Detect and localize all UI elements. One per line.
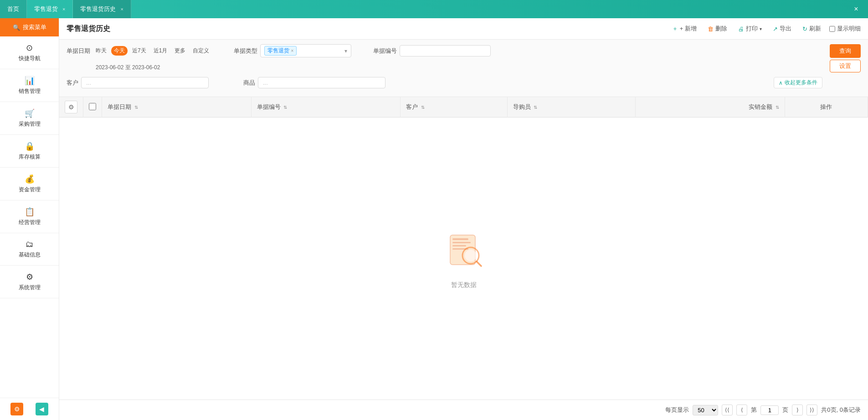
- sidebar-item-purchase-label: 采购管理: [19, 120, 41, 128]
- quick-nav-icon: ⊙: [26, 43, 33, 53]
- tab-home-label: 首页: [7, 5, 19, 13]
- header-actions: ＋ + 新增 🗑 删除 🖨 打印 ▾ ↗ 导出 ↻: [669, 23, 861, 35]
- settings-icon-btn[interactable]: ⚙: [10, 403, 23, 415]
- first-page-btn[interactable]: ⟨⟨: [722, 405, 733, 415]
- col-number-sort[interactable]: ⇅: [283, 105, 287, 110]
- tab-bar: 首页 零售退货 × 零售退货历史 ×: [0, 0, 850, 18]
- total-label: 共0页, 0条记录: [821, 406, 861, 414]
- collapse-icon: ∧: [779, 80, 783, 86]
- date-btn-7days[interactable]: 近7天: [129, 46, 149, 56]
- tab-retail-return-history-close[interactable]: ×: [120, 6, 123, 12]
- sidebar-item-system[interactable]: ⚙ 系统管理: [0, 266, 59, 298]
- sidebar-item-inventory-label: 库存核算: [19, 153, 41, 161]
- tab-retail-return-close[interactable]: ×: [62, 6, 65, 12]
- new-button[interactable]: ＋ + 新增: [669, 23, 699, 35]
- empty-state: 暂无数据: [59, 118, 868, 400]
- page-header: 零售退货历史 ＋ + 新增 🗑 删除 🖨 打印 ▾ ↗ 导出: [59, 18, 868, 40]
- audio-icon-btn[interactable]: ◀: [36, 403, 48, 415]
- customer-filter-label: 客户: [67, 79, 78, 87]
- col-date: 单据日期 ⇅: [102, 97, 252, 118]
- tab-retail-return[interactable]: 零售退货 ×: [27, 0, 73, 18]
- collapse-label: 收起更多条件: [785, 79, 817, 87]
- date-filter: 单据日期 昨天 今天 近7天 近1月 更多 自定义: [67, 46, 212, 56]
- select-all-checkbox[interactable]: [89, 103, 96, 110]
- empty-text: 暂无数据: [451, 281, 477, 289]
- type-tag-close[interactable]: ×: [291, 48, 293, 53]
- col-guide: 导购员 ⇅: [507, 97, 635, 118]
- col-amount-sort[interactable]: ⇅: [776, 105, 779, 110]
- per-page-select[interactable]: 20 50 100: [693, 405, 718, 415]
- sidebar-search[interactable]: 🔍 搜索菜单: [0, 18, 59, 36]
- export-button[interactable]: ↗ 导出: [770, 23, 794, 35]
- page-title: 零售退货历史: [67, 24, 110, 34]
- sales-icon: 📊: [25, 76, 35, 86]
- col-customer-sort[interactable]: ⇅: [421, 105, 425, 110]
- pagination: 每页显示 20 50 100 ⟨⟨ ⟨ 第 1 页 ⟩ ⟩⟩ 共0页, 0条记录: [59, 400, 868, 420]
- tab-retail-return-history[interactable]: 零售退货历史 ×: [73, 0, 131, 18]
- next-page-btn[interactable]: ⟩: [792, 405, 803, 415]
- purchase-icon: 🛒: [25, 108, 35, 118]
- svg-rect-2: [452, 242, 471, 243]
- collapse-button[interactable]: ∧ 收起更多条件: [774, 77, 822, 88]
- delete-icon: 🗑: [708, 26, 714, 32]
- sidebar-item-purchase-mgmt[interactable]: 🛒 采购管理: [0, 102, 59, 135]
- delete-button[interactable]: 🗑 删除: [705, 23, 730, 35]
- sidebar-item-inventory[interactable]: 🔒 库存核算: [0, 135, 59, 168]
- refresh-button[interactable]: ↻ 刷新: [800, 23, 824, 35]
- data-table: ⚙ 单据日期 ⇅ 单据编号 ⇅: [59, 97, 868, 118]
- date-buttons: 昨天 今天 近7天 近1月 更多 自定义: [93, 46, 212, 56]
- main-layout: 🔍 搜索菜单 ⊙ 快捷导航 📊 销售管理 🛒 采购管理 🔒 库存核算 💰 资金管…: [0, 18, 868, 420]
- window-close-btn[interactable]: ×: [850, 3, 863, 15]
- date-filter-label: 单据日期: [67, 47, 90, 55]
- empty-icon: [441, 228, 487, 274]
- col-date-sort[interactable]: ⇅: [134, 105, 138, 110]
- date-btn-1month[interactable]: 近1月: [151, 46, 170, 56]
- sidebar-item-basic-info[interactable]: 🗂 基础信息: [0, 233, 59, 266]
- type-select-dropdown[interactable]: 零售退货 × ▾: [260, 44, 351, 57]
- date-btn-more[interactable]: 更多: [172, 46, 188, 56]
- tab-retail-return-label: 零售退货: [34, 5, 58, 13]
- sidebar-item-finance[interactable]: 💰 资金管理: [0, 168, 59, 200]
- date-btn-today[interactable]: 今天: [111, 46, 128, 56]
- sidebar-search-label: 搜索菜单: [23, 23, 46, 31]
- refresh-label: 刷新: [809, 25, 821, 33]
- page-input[interactable]: 1: [760, 405, 779, 415]
- svg-point-6: [465, 250, 477, 261]
- tab-home[interactable]: 首页: [0, 0, 27, 18]
- window-controls: ×: [850, 3, 868, 15]
- goods-filter: 商品 ...: [243, 77, 385, 88]
- date-btn-yesterday[interactable]: 昨天: [93, 46, 109, 56]
- goods-input[interactable]: ...: [258, 77, 385, 88]
- date-btn-custom[interactable]: 自定义: [190, 46, 212, 56]
- query-button[interactable]: 查询: [830, 44, 861, 58]
- filter-bar: 单据日期 昨天 今天 近7天 近1月 更多 自定义: [59, 40, 868, 97]
- sidebar: 🔍 搜索菜单 ⊙ 快捷导航 📊 销售管理 🛒 采购管理 🔒 库存核算 💰 资金管…: [0, 18, 59, 420]
- table-header: ⚙ 单据日期 ⇅ 单据编号 ⇅: [59, 97, 868, 118]
- table-gear-btn[interactable]: ⚙: [65, 101, 77, 113]
- number-filter-label: 单据编号: [373, 47, 397, 55]
- content-area: 零售退货历史 ＋ + 新增 🗑 删除 🖨 打印 ▾ ↗ 导出: [59, 18, 868, 420]
- plus-icon: ＋: [672, 25, 678, 33]
- svg-line-7: [477, 261, 481, 266]
- print-button[interactable]: 🖨 打印 ▾: [735, 23, 765, 35]
- col-number: 单据编号 ⇅: [251, 97, 401, 118]
- filter-settings-button[interactable]: 设置: [830, 60, 861, 72]
- sidebar-item-quick-nav[interactable]: ⊙ 快捷导航: [0, 36, 59, 69]
- show-detail-checkbox[interactable]: [829, 26, 835, 32]
- sidebar-item-basic-label: 基础信息: [19, 251, 41, 259]
- customer-input[interactable]: ...: [81, 77, 209, 88]
- sidebar-bottom: ⚙ ◀: [0, 398, 59, 420]
- page-suffix: 页: [782, 406, 788, 414]
- show-detail-label: 显示明细: [837, 25, 861, 33]
- prev-page-btn[interactable]: ⟨: [736, 405, 747, 415]
- sidebar-item-sales-mgmt[interactable]: 📊 销售管理: [0, 69, 59, 102]
- col-amount-label: 实销金额: [749, 103, 772, 110]
- sidebar-item-operations[interactable]: 📋 经营管理: [0, 200, 59, 233]
- col-guide-sort[interactable]: ⇅: [534, 105, 537, 110]
- new-label: + 新增: [680, 25, 697, 33]
- refresh-icon: ↻: [802, 26, 807, 32]
- print-dropdown-icon: ▾: [760, 26, 762, 31]
- last-page-btn[interactable]: ⟩⟩: [806, 405, 817, 415]
- number-input[interactable]: [400, 45, 491, 56]
- number-filter: 单据编号: [373, 45, 491, 56]
